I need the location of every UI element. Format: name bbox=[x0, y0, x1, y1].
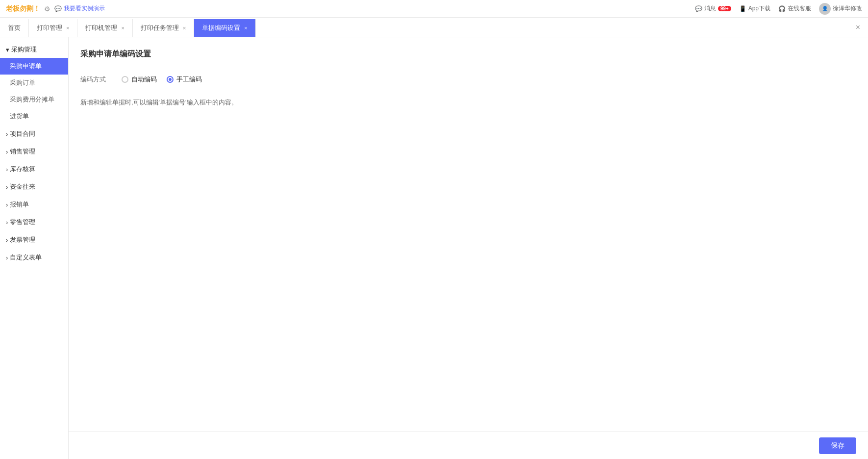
arrow-right-icon-7: › bbox=[6, 236, 8, 244]
sidebar-group-purchase-label: 采购管理 bbox=[11, 45, 37, 54]
sidebar-group-finance-title[interactable]: › 资金往来 bbox=[0, 178, 68, 195]
sidebar-group-inventory: › 库存核算 bbox=[0, 161, 68, 178]
sidebar-group-expense: › 报销单 bbox=[0, 196, 68, 213]
top-bar-left: 老板勿割！ ⚙ 💬 我要看实例演示 bbox=[6, 4, 105, 13]
sidebar-group-finance-label: 资金往来 bbox=[10, 182, 35, 191]
radio-manual-coding[interactable]: 手工编码 bbox=[167, 75, 202, 84]
sidebar-group-finance: › 资金往来 bbox=[0, 178, 68, 195]
sidebar-group-purchase-title[interactable]: ▾ 采购管理 bbox=[0, 41, 68, 58]
sidebar-group-inventory-title[interactable]: › 库存核算 bbox=[0, 161, 68, 178]
coding-form: 编码方式 自动编码 手工编码 新增和编辑单据时,可以编辑'单据编号'输入框中的内… bbox=[80, 69, 856, 107]
radio-manual-circle bbox=[167, 76, 174, 83]
tab-barcode-setting-label: 单据编码设置 bbox=[202, 24, 240, 32]
tab-printer-mgmt[interactable]: 打印机管理 × bbox=[77, 19, 132, 37]
tab-barcode-setting-close[interactable]: × bbox=[244, 25, 247, 31]
message-icon: 💬 bbox=[695, 5, 702, 12]
radio-auto-coding[interactable]: 自动编码 bbox=[122, 75, 157, 84]
tab-home[interactable]: 首页 bbox=[0, 19, 29, 37]
sidebar-group-sales: › 销售管理 bbox=[0, 143, 68, 160]
radio-auto-circle bbox=[122, 76, 128, 83]
arrow-right-icon-4: › bbox=[6, 183, 8, 191]
form-row-coding-method: 编码方式 自动编码 手工编码 bbox=[80, 69, 856, 90]
avatar: 👤 bbox=[819, 3, 831, 15]
sidebar-item-purchase-expense[interactable]: 采购费用分摊单 bbox=[0, 91, 68, 108]
tab-print-mgmt[interactable]: 打印管理 × bbox=[29, 19, 77, 37]
sidebar-group-invoice-title[interactable]: › 发票管理 bbox=[0, 231, 68, 248]
tab-print-mgmt-label: 打印管理 bbox=[37, 24, 62, 32]
tab-bar: 首页 打印管理 × 打印机管理 × 打印任务管理 × 单据编码设置 × × bbox=[0, 18, 868, 37]
tab-print-mgmt-close[interactable]: × bbox=[66, 25, 69, 31]
sidebar-group-invoice-label: 发票管理 bbox=[10, 235, 35, 244]
tab-print-task-label: 打印任务管理 bbox=[141, 24, 179, 32]
sidebar-group-retail-label: 零售管理 bbox=[10, 218, 35, 227]
gear-icon[interactable]: ⚙ bbox=[44, 5, 50, 13]
radio-group-coding: 自动编码 手工编码 bbox=[122, 75, 202, 84]
sidebar-group-expense-title[interactable]: › 报销单 bbox=[0, 196, 68, 213]
demo-link-icon: 💬 bbox=[54, 5, 62, 12]
sidebar-group-retail-title[interactable]: › 零售管理 bbox=[0, 214, 68, 230]
user-info[interactable]: 👤 徐泽华修改 bbox=[819, 3, 862, 15]
sidebar: ▾ 采购管理 采购申请单 采购订单 采购费用分摊单 进货单 › 项目合同 › 销… bbox=[0, 37, 69, 459]
sidebar-group-purchase: ▾ 采购管理 采购申请单 采购订单 采购费用分摊单 进货单 bbox=[0, 41, 68, 125]
arrow-right-icon-3: › bbox=[6, 166, 8, 173]
app-download-button[interactable]: 📱 App下载 bbox=[739, 4, 770, 13]
top-bar: 老板勿割！ ⚙ 💬 我要看实例演示 💬 消息 99+ 📱 App下载 🎧 在线客… bbox=[0, 0, 868, 18]
demo-link[interactable]: 💬 我要看实例演示 bbox=[54, 4, 105, 13]
tab-bar-close-button[interactable]: × bbox=[848, 23, 868, 32]
tab-print-task-close[interactable]: × bbox=[183, 25, 186, 31]
arrow-right-icon-5: › bbox=[6, 201, 8, 208]
app-icon: 📱 bbox=[739, 5, 746, 12]
sidebar-group-project: › 项目合同 bbox=[0, 126, 68, 142]
sidebar-group-project-label: 项目合同 bbox=[10, 129, 35, 138]
radio-auto-label: 自动编码 bbox=[131, 75, 157, 84]
arrow-right-icon-6: › bbox=[6, 219, 8, 226]
message-button[interactable]: 💬 消息 99+ bbox=[695, 4, 731, 13]
sidebar-group-custom: › 自定义表单 bbox=[0, 249, 68, 266]
headset-icon: 🎧 bbox=[778, 5, 786, 12]
sidebar-group-invoice: › 发票管理 bbox=[0, 231, 68, 248]
tab-barcode-setting[interactable]: 单据编码设置 × bbox=[194, 19, 255, 37]
tab-printer-mgmt-close[interactable]: × bbox=[121, 25, 124, 31]
top-bar-right: 💬 消息 99+ 📱 App下载 🎧 在线客服 👤 徐泽华修改 bbox=[695, 3, 862, 15]
tab-home-label: 首页 bbox=[8, 24, 21, 32]
sidebar-group-expense-label: 报销单 bbox=[10, 200, 29, 209]
sidebar-item-purchase-order[interactable]: 采购订单 bbox=[0, 75, 68, 91]
user-name: 徐泽华修改 bbox=[833, 4, 862, 13]
form-label-coding: 编码方式 bbox=[80, 75, 110, 84]
sidebar-group-custom-title[interactable]: › 自定义表单 bbox=[0, 249, 68, 266]
arrow-right-icon-2: › bbox=[6, 148, 8, 155]
content-area: 采购申请单编码设置 编码方式 自动编码 手工编码 bbox=[69, 37, 868, 459]
arrow-down-icon: ▾ bbox=[6, 46, 9, 53]
sidebar-group-custom-label: 自定义表单 bbox=[10, 253, 42, 262]
sidebar-group-project-title[interactable]: › 项目合同 bbox=[0, 126, 68, 142]
sidebar-group-sales-label: 销售管理 bbox=[10, 147, 35, 156]
hint-text: 新增和编辑单据时,可以编辑'单据编号'输入框中的内容。 bbox=[80, 98, 856, 107]
save-button[interactable]: 保存 bbox=[819, 437, 856, 454]
online-service-button[interactable]: 🎧 在线客服 bbox=[778, 4, 811, 13]
tab-printer-mgmt-label: 打印机管理 bbox=[85, 24, 117, 32]
message-badge: 99+ bbox=[718, 6, 731, 11]
main-layout: ▾ 采购管理 采购申请单 采购订单 采购费用分摊单 进货单 › 项目合同 › 销… bbox=[0, 37, 868, 459]
logo: 老板勿割！ bbox=[6, 4, 40, 13]
arrow-right-icon: › bbox=[6, 130, 8, 138]
arrow-right-icon-8: › bbox=[6, 254, 8, 261]
sidebar-group-inventory-label: 库存核算 bbox=[10, 165, 35, 174]
sidebar-item-goods-receipt[interactable]: 进货单 bbox=[0, 108, 68, 125]
content-main: 采购申请单编码设置 编码方式 自动编码 手工编码 bbox=[69, 37, 868, 432]
sidebar-group-sales-title[interactable]: › 销售管理 bbox=[0, 143, 68, 160]
radio-manual-label: 手工编码 bbox=[176, 75, 202, 84]
sidebar-group-retail: › 零售管理 bbox=[0, 214, 68, 230]
tab-print-task[interactable]: 打印任务管理 × bbox=[133, 19, 194, 37]
content-footer: 保存 bbox=[69, 432, 868, 459]
page-title: 采购申请单编码设置 bbox=[80, 49, 856, 59]
sidebar-item-purchase-request[interactable]: 采购申请单 bbox=[0, 58, 68, 75]
